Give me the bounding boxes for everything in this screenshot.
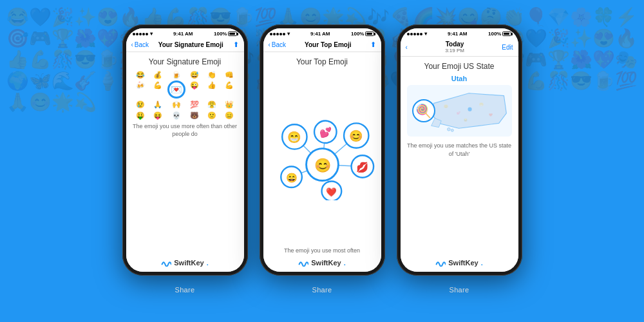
svg-text:😄: 😄 — [285, 173, 297, 184]
phone2-network-svg: 😁 💕 😊 💋 😄 ❤️ — [270, 117, 375, 200]
phone3-state-emoji: 🍭 — [412, 99, 435, 122]
phone1-highlight-emoji: 💌 — [167, 80, 185, 99]
phone2: ▾ 9:41 AM 100% ‹ Back Your Top Emoji ⬆ — [260, 24, 385, 276]
swiftkey-wave-icon — [161, 259, 171, 267]
phone3-today-label: Today — [446, 41, 464, 48]
phone2-brand-name: SwiftKey — [311, 259, 341, 267]
phone1-signal — [133, 33, 148, 35]
phone2-emoji-network: 😁 💕 😊 💋 😄 ❤️ — [270, 70, 375, 247]
phone2-battery-pct: 100% — [351, 31, 364, 37]
phone1-nav: ‹ Back Your Signature Emoji ⬆ — [126, 38, 244, 52]
phone3-nav-date-block: Today 3:19 PM — [408, 41, 502, 53]
emoji-cell: 🐻 — [187, 111, 203, 120]
phone1-brand-name: SwiftKey — [174, 259, 204, 267]
phone3-wifi-icon: ▾ — [424, 31, 427, 37]
swiftkey-wave-icon-3 — [435, 259, 446, 267]
phone3-description: The emoji you use matches the US state o… — [407, 142, 512, 158]
phone2-wrapper: ▾ 9:41 AM 100% ‹ Back Your Top Emoji ⬆ — [260, 24, 385, 298]
emoji-cell: 😤 — [204, 100, 220, 109]
phone3-content: Your Emoji US State Utah 🍭 — [401, 57, 518, 272]
phone3-screen-title: Your Emoji US State — [424, 62, 495, 71]
phone1: ▾ 9:41 AM 100% ‹ Back Your Signature Emo… — [122, 24, 248, 276]
phone2-back-label: Back — [272, 41, 286, 48]
phone2-screen-title: Your Top Emoji — [296, 57, 348, 66]
phone1-swiftkey-logo: SwiftKey. — [161, 259, 209, 267]
emoji-cell: 😢 — [133, 100, 149, 109]
phone2-signal — [270, 33, 285, 35]
phone1-status-right: 100% — [214, 31, 237, 37]
phone2-share-wrapper: Share — [289, 282, 355, 298]
phone1-highlight-circle: 💌 — [167, 80, 185, 99]
emoji-cell: 💪 — [222, 80, 238, 99]
phone2-back-button[interactable]: ‹ Back — [269, 41, 287, 48]
emoji-cell: 🍻 — [133, 80, 149, 99]
phone2-screen: ▾ 9:41 AM 100% ‹ Back Your Top Emoji ⬆ — [263, 28, 381, 272]
emoji-cell: 👊 — [222, 70, 238, 79]
phone1-back-button[interactable]: ‹ Back — [131, 41, 149, 48]
phone1-status-left: ▾ — [133, 31, 153, 37]
phone3-nav-time: 3:19 PM — [445, 48, 464, 53]
emoji-cell: 😂 — [133, 70, 149, 79]
svg-text:💕: 💕 — [457, 111, 460, 115]
phone3: ▾ 9:41 AM 100% ‹ Today 3:19 PM — [397, 24, 522, 276]
phone3-battery-pct: 100% — [488, 31, 501, 37]
svg-text:😂: 😂 — [464, 118, 468, 122]
phones-container: ▾ 9:41 AM 100% ‹ Back Your Signature Emo… — [122, 24, 522, 298]
phone1-nav-title: Your Signature Emoji — [149, 41, 232, 48]
emoji-cell: 💪 — [150, 80, 166, 99]
phone1-back-label: Back — [135, 41, 149, 48]
phone2-brand-dot: . — [344, 259, 346, 267]
phone1-back-chevron: ‹ — [131, 41, 133, 48]
phone2-status-right: 100% — [351, 31, 374, 37]
phone3-signal — [407, 33, 422, 35]
phone3-status-right: 100% — [488, 31, 511, 37]
phone2-share-icon[interactable]: ⬆ — [370, 41, 376, 49]
emoji-cell: 💰 — [150, 70, 166, 79]
phone1-content: Your Signature Emoji 😂 💰 🍺 😅 👏 👊 🍻 💪 💌 — [126, 52, 244, 272]
emoji-cell: 👑 — [222, 100, 238, 109]
svg-text:❤️: ❤️ — [489, 113, 493, 117]
phone1-screen: ▾ 9:41 AM 100% ‹ Back Your Signature Emo… — [126, 28, 244, 272]
emoji-cell: 🙏 — [150, 100, 166, 109]
phone3-status-left: ▾ — [407, 31, 427, 37]
phone1-wrapper: ▾ 9:41 AM 100% ‹ Back Your Signature Emo… — [122, 24, 248, 298]
phone3-edit-button[interactable]: Edit — [502, 44, 513, 51]
phone2-status-left: ▾ — [270, 31, 290, 37]
phone2-battery — [365, 32, 374, 36]
phone3-nav: ‹ Today 3:19 PM Edit — [401, 38, 518, 57]
phone1-time: 9:41 AM — [173, 31, 193, 37]
phone3-share-wrapper: Share — [426, 282, 493, 298]
svg-text:😊: 😊 — [314, 157, 331, 174]
phone1-screen-title: Your Signature Emoji — [149, 57, 221, 66]
phone3-us-map-svg: 😊 💕 😁 ❤️ 😂 — [427, 88, 511, 133]
emoji-cell: 🙌 — [167, 100, 185, 109]
emoji-cell: 🙁 — [204, 111, 220, 120]
phone3-state-name: Utah — [451, 75, 467, 82]
phone2-content: Your Top Emoji � — [263, 52, 381, 272]
phone3-brand-name: SwiftKey — [448, 259, 478, 267]
emoji-cell: 😑 — [222, 111, 238, 120]
phone1-battery — [228, 32, 237, 36]
phone3-swiftkey-logo: SwiftKey. — [435, 259, 483, 267]
phone1-share-icon[interactable]: ⬆ — [233, 41, 239, 49]
emoji-cell: 🤑 — [133, 111, 149, 120]
emoji-cell: 😝 — [150, 111, 166, 120]
phone2-nav: ‹ Back Your Top Emoji ⬆ — [263, 38, 381, 52]
phone3-state-map: 🍭 😊 — [407, 85, 512, 137]
phone1-share-button[interactable]: Share — [152, 282, 218, 298]
svg-text:😁: 😁 — [287, 131, 301, 144]
phone2-share-button[interactable]: Share — [289, 282, 355, 298]
phone3-battery — [502, 32, 511, 36]
svg-text:💋: 💋 — [356, 161, 369, 173]
phone1-battery-pct: 100% — [214, 31, 227, 37]
phone1-wifi-icon: ▾ — [150, 31, 153, 37]
phone2-description: The emoji you use most often — [284, 247, 360, 255]
phone2-nav-title: Your Top Emoji — [286, 41, 370, 48]
phone1-description: The emoji you use more often than other … — [133, 122, 238, 138]
svg-text:💕: 💕 — [319, 127, 332, 139]
phone3-share-button[interactable]: Share — [426, 282, 493, 298]
svg-point-20 — [448, 128, 451, 131]
emoji-cell: 💀 — [167, 111, 185, 120]
emoji-cell: 👍 — [204, 80, 220, 99]
svg-text:❤️: ❤️ — [326, 187, 337, 198]
